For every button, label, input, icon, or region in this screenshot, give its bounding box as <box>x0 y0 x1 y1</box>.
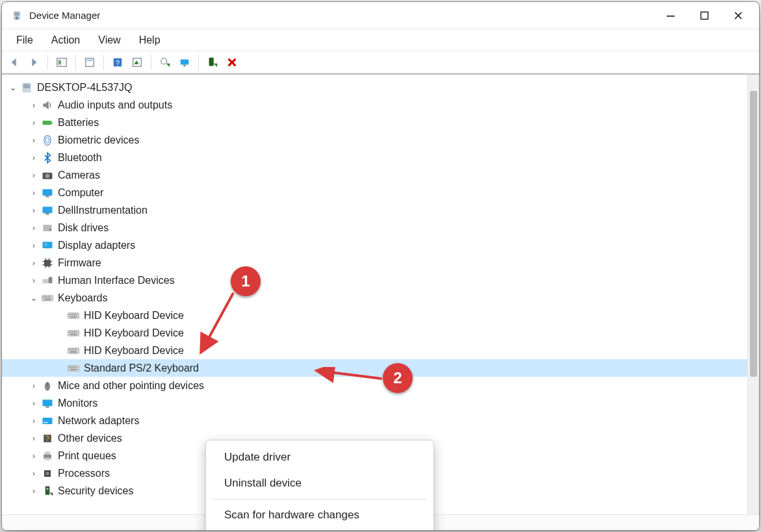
printer-icon <box>41 450 54 462</box>
tree-device-node[interactable]: ›HID Keyboard Device <box>2 324 747 342</box>
chevron-down-icon[interactable]: ⌄ <box>8 83 18 92</box>
enable-device-toolbar-button[interactable] <box>204 54 221 71</box>
computer-icon <box>20 81 33 94</box>
chevron-right-icon[interactable]: › <box>29 188 38 197</box>
tree-node-label: Audio inputs and outputs <box>58 99 172 111</box>
context-menu-item[interactable]: Scan for hardware changes <box>206 502 433 528</box>
chevron-right-icon[interactable]: › <box>29 469 38 478</box>
uninstall-device-toolbar-button[interactable] <box>224 54 240 71</box>
scrollbar[interactable] <box>747 75 759 514</box>
tree-category-node[interactable]: ›Batteries <box>2 114 747 131</box>
tree-node-label: Security devices <box>58 485 134 497</box>
tree-node-label: Computer <box>58 187 103 199</box>
chevron-right-icon[interactable]: › <box>29 451 38 461</box>
chevron-right-icon[interactable]: › <box>29 487 38 496</box>
chevron-right-icon[interactable]: › <box>29 399 38 408</box>
chevron-none: › <box>55 346 64 355</box>
tree-category-node[interactable]: ›Cameras <box>2 166 747 184</box>
chevron-right-icon[interactable]: › <box>29 206 38 215</box>
battery-icon <box>41 116 54 129</box>
tree-category-node[interactable]: ›Bluetooth <box>2 149 747 166</box>
svg-text:?: ? <box>116 58 120 66</box>
svg-rect-27 <box>46 213 49 215</box>
tree-node-label: Cameras <box>58 170 100 181</box>
tree-category-node[interactable]: ›Disk drives <box>2 219 747 236</box>
chevron-right-icon[interactable]: › <box>29 434 38 443</box>
tree-node-label: Batteries <box>58 117 99 129</box>
nav-forward-button[interactable] <box>25 54 42 71</box>
tree-device-node[interactable]: ›HID Keyboard Device <box>2 342 747 359</box>
chevron-right-icon[interactable]: › <box>29 118 38 127</box>
cpu-icon <box>41 467 54 480</box>
nav-back-button[interactable] <box>6 54 23 71</box>
annotation-badge-2: 2 <box>383 363 413 393</box>
tree-node-label: HID Keyboard Device <box>84 327 184 339</box>
svg-rect-17 <box>23 84 30 88</box>
chevron-right-icon[interactable]: › <box>29 136 38 145</box>
update-driver-toolbar-button[interactable] <box>157 54 174 71</box>
finger-icon <box>41 134 54 147</box>
show-hide-console-button[interactable] <box>53 54 70 71</box>
tree-category-node[interactable]: ›Human Interface Devices <box>2 272 747 289</box>
chevron-down-icon[interactable]: ⌄ <box>29 294 38 303</box>
chevron-right-icon[interactable]: › <box>29 153 38 162</box>
other-icon: ? <box>41 432 54 445</box>
tree-node-label: Biometric devices <box>58 134 139 146</box>
tree-root-node[interactable]: ⌄DESKTOP-4L537JQ <box>2 79 747 96</box>
tree-category-node[interactable]: ›DellInstrumentation <box>2 201 747 219</box>
chevron-right-icon[interactable]: › <box>29 381 38 390</box>
svg-rect-39 <box>48 296 49 298</box>
tree-category-node[interactable]: ›Computer <box>2 184 747 201</box>
chevron-right-icon[interactable]: › <box>29 223 38 233</box>
chevron-right-icon[interactable]: › <box>29 101 38 110</box>
separator <box>75 55 76 70</box>
help-button[interactable]: ? <box>109 54 126 71</box>
properties-button[interactable] <box>81 54 98 71</box>
tree-category-node[interactable]: ›Display adapters <box>2 236 747 254</box>
context-menu-item[interactable]: Uninstall device <box>206 470 433 496</box>
tree-node-label: Firmware <box>58 257 101 269</box>
tree-category-node[interactable]: ›Monitors <box>2 394 747 412</box>
chevron-right-icon[interactable]: › <box>29 276 38 285</box>
svg-rect-72 <box>43 399 53 406</box>
separator <box>151 55 151 70</box>
svg-rect-35 <box>42 295 53 300</box>
tree-category-node[interactable]: ›Biometric devices <box>2 131 747 149</box>
menu-action[interactable]: Action <box>42 32 89 49</box>
svg-point-29 <box>49 229 51 231</box>
tree-node-label: HID Keyboard Device <box>84 345 184 357</box>
chevron-none: › <box>55 311 64 320</box>
close-button[interactable] <box>721 2 755 29</box>
chevron-right-icon[interactable]: › <box>29 259 38 268</box>
tree-category-node[interactable]: ›Network adapters <box>2 412 747 429</box>
tree-category-node[interactable]: ›Mice and other pointing devices <box>2 377 747 394</box>
tree-node-label: Standard PS/2 Keyboard <box>84 362 199 374</box>
tree-category-node[interactable]: ⌄Keyboards <box>2 289 747 307</box>
scroll-thumb[interactable] <box>750 91 757 377</box>
tree-device-node[interactable]: ›HID Keyboard Device <box>2 307 747 324</box>
svg-rect-37 <box>45 296 46 298</box>
view-devices-button[interactable] <box>129 54 146 71</box>
tree-node-label: Network adapters <box>58 415 139 427</box>
svg-rect-83 <box>46 472 49 475</box>
menu-help[interactable]: Help <box>130 32 170 49</box>
scan-hardware-toolbar-button[interactable] <box>176 54 193 71</box>
menu-file[interactable]: File <box>7 32 42 49</box>
context-menu: Update driverUninstall deviceScan for ha… <box>205 440 434 531</box>
chevron-right-icon[interactable]: › <box>29 171 38 180</box>
tree-category-node[interactable]: ›Firmware <box>2 254 747 272</box>
chevron-right-icon[interactable]: › <box>29 416 38 425</box>
tree-category-node[interactable]: ›Audio inputs and outputs <box>2 96 747 114</box>
mouse-icon <box>41 379 54 392</box>
camera-icon <box>41 169 54 182</box>
chevron-right-icon[interactable]: › <box>29 241 38 250</box>
svg-point-21 <box>46 137 49 142</box>
context-menu-item[interactable]: Update driver <box>206 444 433 470</box>
context-menu-separator <box>213 499 427 500</box>
chip-icon <box>41 257 54 270</box>
maximize-button[interactable] <box>688 2 721 29</box>
menu-view[interactable]: View <box>89 32 129 49</box>
svg-rect-52 <box>72 331 73 333</box>
minimize-button[interactable] <box>654 2 688 29</box>
tree-device-node[interactable]: ›Standard PS/2 Keyboard <box>2 359 747 377</box>
